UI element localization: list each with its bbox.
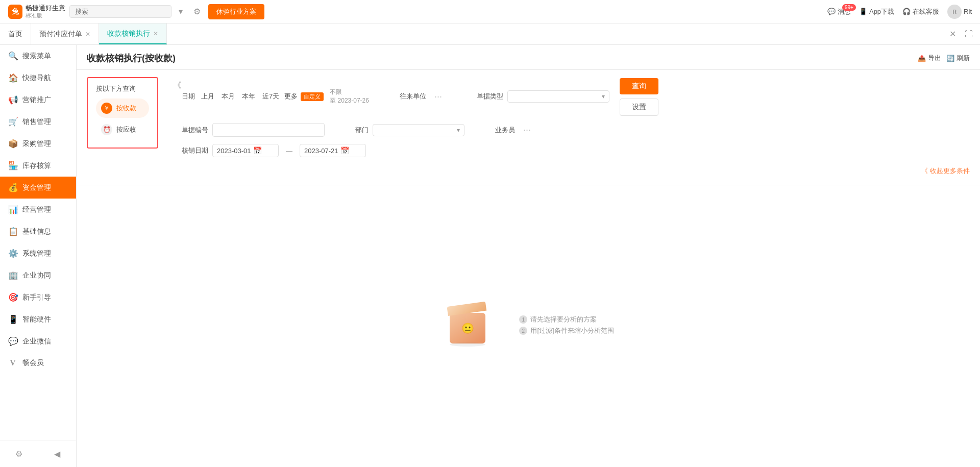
doctype-label: 单据类型 xyxy=(477,92,503,101)
tab-close-window-icon[interactable]: ✕ xyxy=(946,28,959,40)
date-this-month[interactable]: 本月 xyxy=(219,91,237,102)
collection-tab-label: 收款核销执行 xyxy=(107,29,150,38)
sidebar-label-finance: 资金管理 xyxy=(22,183,51,192)
app-download-button[interactable]: 📱 App下载 xyxy=(859,7,894,16)
sidebar-item-hardware[interactable]: 📱 智能硬件 xyxy=(0,308,76,330)
filter-row-3: 核销日期 2023-03-01 📅 — 2023-07-21 📅 xyxy=(182,144,970,157)
sidebar-label-system: 系统管理 xyxy=(22,249,51,258)
sidebar-item-quicknav[interactable]: 🏠 快捷导航 xyxy=(0,67,76,89)
export-button[interactable]: 📤 导出 xyxy=(918,54,941,63)
filter-area: 按以下方查询 ￥ 按收款 ⏰ 按应收 《 xyxy=(77,70,980,185)
tab-maximize-icon[interactable]: ⛶ xyxy=(963,28,975,40)
export-label: 导出 xyxy=(928,54,941,63)
tab-prepay[interactable]: 预付冲应付单 ✕ xyxy=(31,23,99,44)
sidebar-item-guide[interactable]: 🎯 新手引导 xyxy=(0,286,76,308)
sidebar-item-marketing[interactable]: 📢 营销推广 xyxy=(0,89,76,111)
dept-field-group: 部门 ▾ xyxy=(355,124,464,136)
sidebar-item-finance[interactable]: 💰 资金管理 xyxy=(0,177,76,199)
empty-step-1-text: 请先选择要分析的方案 xyxy=(530,315,597,324)
date-custom-badge[interactable]: 自定义 xyxy=(301,92,324,101)
date-no-limit: 不限 xyxy=(330,88,369,96)
date-this-year[interactable]: 本年 xyxy=(240,91,257,102)
message-button[interactable]: 💬 消息 99+ xyxy=(827,7,851,16)
marketing-icon: 📢 xyxy=(8,95,17,105)
filter-collection-label: 按收款 xyxy=(116,104,136,113)
receivable-icon: ⏰ xyxy=(101,124,112,135)
collapse-more-label: 收起更多条件 xyxy=(930,166,970,176)
staff-dots[interactable]: ··· xyxy=(523,125,531,135)
doctype-chevron-icon: ▾ xyxy=(602,93,605,100)
date-until: 至 2023-07-26 xyxy=(330,96,369,105)
sidebar-item-inventory[interactable]: 🏪 库存核算 xyxy=(0,155,76,177)
date-more[interactable]: 更多 xyxy=(284,92,298,101)
staff-field-group: 业务员 ··· xyxy=(495,125,535,135)
counterparty-dots[interactable]: ··· xyxy=(434,91,442,102)
prepay-tab-close-icon[interactable]: ✕ xyxy=(85,31,90,38)
query-button[interactable]: 查询 xyxy=(620,78,658,94)
filter-panel-title: 按以下方查询 xyxy=(96,84,149,93)
settings-button[interactable]: 设置 xyxy=(620,99,658,116)
sidebar-label-member: 畅会员 xyxy=(22,358,44,367)
hardware-icon: 📱 xyxy=(8,314,17,324)
search-dropdown-icon[interactable]: ▾ xyxy=(176,7,186,17)
sidebar-label-guide: 新手引导 xyxy=(22,293,51,302)
inventory-icon: 🏪 xyxy=(8,161,17,170)
settings-icon[interactable]: ⚙ xyxy=(190,5,204,19)
solution-button[interactable]: 休验行业方案 xyxy=(208,4,264,19)
filter-receivable-label: 按应收 xyxy=(116,125,136,134)
tab-home[interactable]: 首页 xyxy=(0,23,31,44)
docno-field-group: 单据编号 xyxy=(182,123,325,137)
sidebar-item-search[interactable]: 🔍 搜索菜单 xyxy=(0,45,76,67)
main-container: 🔍 搜索菜单 🏠 快捷导航 📢 营销推广 🛒 销售管理 📦 采购管理 🏪 库存核… xyxy=(0,45,980,467)
empty-box: 😐 xyxy=(450,313,485,343)
guide-icon: 🎯 xyxy=(8,292,17,302)
sidebar-settings-icon[interactable]: ⚙ xyxy=(11,446,27,462)
tab-collection[interactable]: 收款核销执行 ✕ xyxy=(99,23,167,44)
online-service-button[interactable]: 🎧 在线客服 xyxy=(902,7,939,16)
home-icon: 🏠 xyxy=(8,73,17,83)
sidebar-item-sales[interactable]: 🛒 销售管理 xyxy=(0,111,76,133)
step-1-circle: 1 xyxy=(519,315,527,324)
headset-icon: 🎧 xyxy=(902,8,911,15)
sidebar-collapse-icon[interactable]: ◀ xyxy=(49,446,65,462)
refresh-button[interactable]: 🔄 刷新 xyxy=(946,54,970,63)
sidebar-item-basic[interactable]: 📋 基础信息 xyxy=(0,220,76,242)
sidebar-item-purchase[interactable]: 📦 采购管理 xyxy=(0,133,76,155)
sidebar-item-member[interactable]: V 畅会员 xyxy=(0,352,76,374)
collapse-more-button[interactable]: 《 收起更多条件 xyxy=(921,164,970,178)
search-icon: 🔍 xyxy=(8,51,17,61)
filter-panel-collapse-icon[interactable]: 《 xyxy=(173,79,182,91)
user-profile[interactable]: R Rit xyxy=(947,5,972,19)
verify-date-start-input[interactable]: 2023-03-01 📅 xyxy=(212,144,279,157)
date-last-month[interactable]: 上月 xyxy=(199,91,216,102)
collapse-row: 《 收起更多条件 xyxy=(182,164,970,178)
filter-by-receivable[interactable]: ⏰ 按应收 xyxy=(96,120,149,139)
sidebar-item-operation[interactable]: 📊 经营管理 xyxy=(0,199,76,220)
app-download-icon: 📱 xyxy=(859,8,867,15)
tab-bar: 首页 预付冲应付单 ✕ 收款核销执行 ✕ ✕ ⛶ xyxy=(0,23,980,45)
dept-select[interactable]: ▾ xyxy=(373,124,464,136)
sidebar-label-quicknav: 快捷导航 xyxy=(22,73,51,83)
sidebar-label-basic: 基础信息 xyxy=(22,227,51,236)
sidebar-item-wechat[interactable]: 💬 企业微信 xyxy=(0,330,76,352)
sidebar-bottom: ⚙ ◀ xyxy=(0,440,76,467)
collection-tab-close-icon[interactable]: ✕ xyxy=(153,30,158,37)
filter-by-collection[interactable]: ￥ 按收款 xyxy=(96,99,149,118)
docno-input[interactable] xyxy=(212,123,325,137)
verify-end-cal-icon: 📅 xyxy=(340,146,349,155)
sidebar-item-system[interactable]: ⚙️ 系统管理 xyxy=(0,242,76,264)
empty-illustration: 😐 xyxy=(443,301,504,352)
message-icon: 💬 xyxy=(827,8,836,15)
doctype-select[interactable]: ▾ xyxy=(507,90,609,103)
counterparty-field-group: 往来单位 ··· xyxy=(400,91,446,102)
date-7days[interactable]: 近7天 xyxy=(260,91,281,102)
sidebar-item-enterprise[interactable]: 🏢 企业协同 xyxy=(0,264,76,286)
verify-date-end-input[interactable]: 2023-07-21 📅 xyxy=(300,144,366,157)
wechat-icon: 💬 xyxy=(8,336,17,346)
docno-label: 单据编号 xyxy=(182,126,208,135)
user-avatar: R xyxy=(947,5,962,19)
sidebar-label-purchase: 采购管理 xyxy=(22,139,51,149)
message-badge: 99+ xyxy=(842,4,856,11)
search-input[interactable] xyxy=(69,5,172,18)
enterprise-icon: 🏢 xyxy=(8,271,17,280)
